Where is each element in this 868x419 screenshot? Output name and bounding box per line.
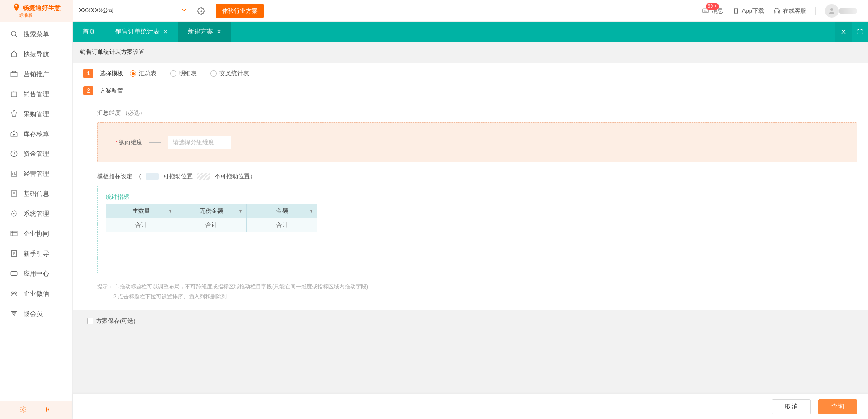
svg-rect-16 — [11, 231, 17, 236]
sidebar-item-7[interactable]: 经营管理 — [0, 164, 72, 184]
tabs: 首页销售订单统计表✕新建方案✕ — [73, 22, 868, 42]
sidebar-icon — [10, 90, 18, 99]
sidebar-item-3[interactable]: 销售管理 — [0, 84, 72, 104]
fullscreen-button[interactable] — [852, 22, 868, 42]
sidebar-item-6[interactable]: 资金管理 — [0, 144, 72, 164]
sidebar-icon — [10, 30, 18, 39]
template-radio-0[interactable]: 汇总表 — [130, 69, 156, 78]
step-1-row: 1 选择模板 汇总表明细表交叉统计表 — [73, 63, 868, 84]
sidebar-item-label: 企业微信 — [24, 290, 49, 298]
sidebar-item-label: 库存核算 — [24, 130, 49, 138]
sidebar-icon — [10, 309, 18, 319]
tab-2[interactable]: 新建方案✕ — [178, 22, 231, 42]
svg-point-19 — [12, 292, 14, 294]
tab-label: 新建方案 — [188, 28, 213, 36]
tab-0[interactable]: 首页 — [73, 22, 105, 42]
close-icon[interactable]: ✕ — [217, 29, 221, 35]
sidebar-item-0[interactable]: 搜索菜单 — [0, 24, 72, 44]
sidebar-item-2[interactable]: 营销推广 — [0, 64, 72, 84]
sidebar-item-label: 基础信息 — [24, 190, 49, 198]
divider — [815, 7, 816, 15]
radio-icon — [210, 70, 217, 77]
sidebar-item-label: 资金管理 — [24, 150, 49, 158]
sidebar-icon — [10, 130, 18, 139]
radio-label: 交叉统计表 — [219, 69, 249, 78]
svg-rect-22 — [46, 407, 46, 411]
page-title: 销售订单统计表方案设置 — [73, 42, 868, 63]
sidebar-item-5[interactable]: 库存核算 — [0, 124, 72, 144]
svg-point-14 — [11, 211, 17, 216]
settings-gear-icon[interactable] — [197, 7, 205, 15]
sidebar-item-label: 畅会员 — [24, 310, 43, 318]
sidebar-icon — [10, 249, 18, 259]
svg-rect-6 — [778, 11, 780, 13]
svg-point-20 — [15, 292, 17, 294]
close-icon — [840, 29, 847, 35]
fullscreen-icon — [857, 29, 863, 35]
indicator-table: 主数量▾无税金额▾金额▾ 合计合计合计 — [106, 204, 317, 232]
save-scheme-checkbox[interactable]: 方案保存(可选) — [87, 317, 136, 325]
sidebar-item-label: 营销推广 — [24, 70, 49, 78]
sidebar-item-11[interactable]: 新手引导 — [0, 244, 72, 264]
sidebar-item-13[interactable]: 企业微信 — [0, 284, 72, 304]
brand-logo: 畅捷通好生意 标准版 — [0, 0, 73, 22]
sidebar-item-label: 快捷导航 — [24, 50, 49, 58]
indicator-value-0: 合计 — [106, 218, 176, 232]
messages-button[interactable]: 99 + 消息 — [702, 7, 723, 15]
tab-label: 首页 — [83, 28, 95, 36]
avatar-icon — [825, 4, 839, 18]
user-name-placeholder — [839, 8, 857, 14]
app-download-button[interactable]: App下载 — [732, 7, 764, 15]
query-button[interactable]: 查询 — [818, 399, 857, 414]
indicator-section-label: 模板指标设定 （ 可拖动位置 不可拖动位置） — [97, 172, 857, 180]
company-selector[interactable]: XXXXXX公司 — [79, 4, 188, 18]
sidebar-icon — [10, 110, 18, 119]
sidebar-icon — [10, 50, 18, 59]
indicator-column-0[interactable]: 主数量▾ — [106, 204, 176, 218]
indicator-column-2[interactable]: 金额▾ — [247, 204, 317, 218]
cancel-button[interactable]: 取消 — [772, 399, 811, 414]
legend-nondraggable-icon — [197, 173, 210, 180]
tips: 提示：1.拖动标题栏可以调整布局，不可跨维度或指标区域拖动栏目字段(只能在同一维… — [97, 282, 857, 302]
sidebar-settings-icon[interactable] — [20, 406, 27, 414]
tab-1[interactable]: 销售订单统计表✕ — [105, 22, 178, 42]
tab-label: 销售订单统计表 — [115, 28, 160, 36]
sidebar-item-label: 应用中心 — [24, 270, 49, 278]
step-1-label: 选择模板 — [100, 69, 123, 78]
messages-badge: 99 + — [706, 3, 719, 10]
indicator-value-1: 合计 — [176, 218, 247, 232]
vertical-dim-label: *纵向维度 — [116, 138, 142, 146]
sidebar-item-8[interactable]: 基础信息 — [0, 184, 72, 204]
sidebar-item-10[interactable]: 企业协同 — [0, 224, 72, 244]
mobile-icon — [732, 7, 740, 15]
sidebar-item-4[interactable]: 采购管理 — [0, 104, 72, 124]
svg-rect-18 — [11, 271, 17, 275]
radio-label: 明细表 — [179, 69, 197, 78]
chevron-down-icon: ▾ — [169, 209, 171, 214]
template-radio-2[interactable]: 交叉统计表 — [210, 69, 249, 78]
industry-solution-button[interactable]: 体验行业方案 — [216, 4, 264, 18]
close-tab-button[interactable] — [835, 22, 852, 42]
dimension-section-label: 汇总维度（必选） — [97, 109, 857, 117]
sidebar-item-label: 企业协同 — [24, 230, 49, 238]
svg-rect-9 — [11, 72, 17, 77]
sidebar-collapse-icon[interactable] — [44, 406, 53, 414]
top-header: 畅捷通好生意 标准版 XXXXXX公司 体验行业方案 99 + 消息 App下载 — [0, 0, 868, 22]
sidebar-item-label: 系统管理 — [24, 210, 49, 218]
sidebar-item-12[interactable]: 应用中心 — [0, 264, 72, 284]
sidebar-item-1[interactable]: 快捷导航 — [0, 44, 72, 64]
online-service-button[interactable]: 在线客服 — [773, 7, 806, 15]
sidebar-icon — [10, 210, 18, 219]
template-radio-1[interactable]: 明细表 — [170, 69, 197, 78]
close-icon[interactable]: ✕ — [163, 29, 168, 35]
checkbox-icon — [87, 318, 93, 324]
svg-point-21 — [22, 409, 24, 410]
chevron-down-icon: ▾ — [239, 209, 242, 214]
sidebar-item-9[interactable]: 系统管理 — [0, 204, 72, 224]
indicator-column-1[interactable]: 无税金额▾ — [176, 204, 247, 218]
sidebar-item-14[interactable]: 畅会员 — [0, 304, 72, 324]
step-2-label: 方案配置 — [100, 87, 123, 95]
user-menu[interactable] — [825, 4, 857, 18]
dimension-select[interactable]: 请选择分组维度 — [168, 136, 231, 149]
brand-name: 畅捷通好生意 — [23, 4, 61, 12]
